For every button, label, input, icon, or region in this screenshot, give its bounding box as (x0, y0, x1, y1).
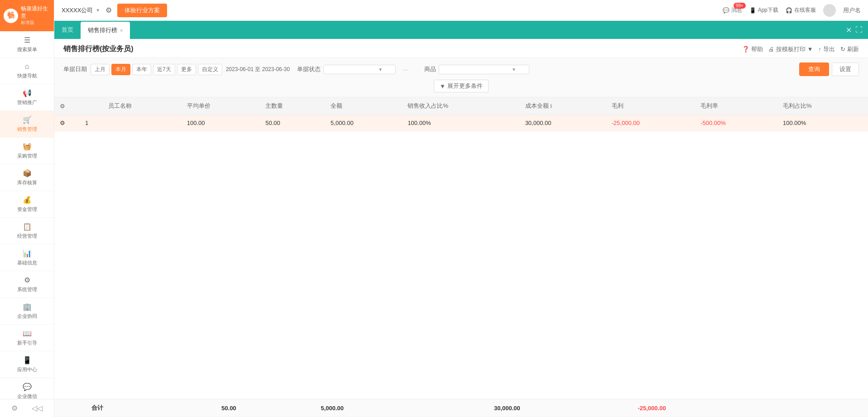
tab-close-icon[interactable]: × (120, 28, 123, 33)
sidebar-item-search[interactable]: ☰ 搜索菜单 (0, 31, 54, 58)
enterprise-label: 企业协同 (17, 313, 37, 320)
tab-bar: 首页 销售排行榜 × ✕ ⛶ (54, 21, 868, 39)
tab-close-window-icon[interactable]: ✕ (846, 26, 852, 34)
sales-icon: 🛒 (23, 115, 32, 124)
purchase-icon: 🧺 (23, 142, 32, 151)
appstore-label: 应用中心 (17, 366, 37, 373)
footer-gross-pct (826, 399, 868, 417)
inventory-label: 库存核算 (17, 179, 37, 186)
message-icon: 💬 (723, 7, 729, 14)
query-button[interactable]: 查询 (799, 62, 829, 76)
row-amount: 5,000.00 (325, 115, 402, 131)
app-download-button[interactable]: 📱 App下载 (749, 6, 778, 14)
basicinfo-icon: 📊 (23, 249, 32, 258)
tab-sales-ranking[interactable]: 销售排行榜 × (81, 22, 130, 39)
product-filter-label: 商品 (424, 65, 436, 73)
sidebar-logo: 畅 (4, 9, 18, 23)
more-filters-icon[interactable]: ··· (403, 66, 408, 73)
sidebar-footer: ⚙ ◁◁ (0, 399, 54, 417)
footer-sales-pct (446, 399, 489, 417)
enterprise-icon: 🏢 (23, 302, 32, 311)
app-download-icon: 📱 (749, 7, 756, 14)
row-rank: 1 (71, 115, 103, 131)
settings-button[interactable]: 设置 (832, 62, 859, 76)
sidebar-collapse-icon[interactable]: ◁◁ (32, 404, 43, 412)
tab-home[interactable]: 首页 (54, 21, 81, 38)
sidebar-item-basicinfo[interactable]: 📊 基础信息 (0, 244, 54, 271)
tab-sales-label: 销售排行榜 (88, 26, 117, 34)
sidebar-item-wechat[interactable]: 💬 企业微信 (0, 378, 54, 399)
footer-amount: 5,000.00 (315, 399, 446, 417)
filter-row-1: 单据日期 上月本月本年近7天更多自定义 2023-06-01 至 2023-06… (63, 62, 859, 76)
company-settings-icon[interactable]: ⚙ (106, 6, 112, 14)
col-employee: 员工名称 (103, 97, 181, 115)
online-service-label: 在线客服 (794, 6, 816, 14)
footer-gross: -25,000.00 (632, 399, 783, 417)
sidebar-title: 畅康通好生意 (21, 5, 50, 19)
sales-label: 销售管理 (17, 126, 37, 133)
footer-avg-price (174, 399, 216, 417)
page-title: 销售排行榜(按业务员) (63, 44, 134, 54)
appstore-icon: 📱 (23, 356, 32, 364)
row-settings-icon[interactable]: ⚙ (54, 115, 71, 131)
filter-expand-row: ▼ 展开更多条件 (63, 80, 859, 92)
company-name: XXXXX公司 (62, 6, 93, 14)
date-btn-更多[interactable]: 更多 (177, 64, 196, 75)
col-quantity: 主数量 (260, 97, 325, 115)
sidebar: 畅 畅康通好生意 标准版 ☰ 搜索菜单 ⌂ 快捷导航 📢 营销推广 🛒 销售管理… (0, 0, 54, 417)
sidebar-item-operation[interactable]: 📋 经营管理 (0, 218, 54, 244)
sidebar-item-finance[interactable]: 💰 资金管理 (0, 191, 54, 218)
trial-button[interactable]: 体验行业方案 (117, 4, 167, 17)
company-selector[interactable]: XXXXX公司 ▼ (62, 6, 100, 14)
sidebar-nav: ☰ 搜索菜单 ⌂ 快捷导航 📢 营销推广 🛒 销售管理 🧺 采购管理 📦 库存核… (0, 31, 54, 399)
headset-icon: 🎧 (786, 7, 792, 14)
footer-gross-rate (784, 399, 826, 417)
refresh-label: 刷新 (847, 45, 859, 53)
date-filter-label: 单据日期 (63, 65, 87, 73)
tab-maximize-icon[interactable]: ⛶ (855, 26, 863, 34)
status-select[interactable]: ▼ (323, 65, 396, 74)
sidebar-item-sales[interactable]: 🛒 销售管理 (0, 111, 54, 138)
sidebar-item-system[interactable]: ⚙ 系统管理 (0, 271, 54, 298)
export-button[interactable]: ↑ 导出 (819, 45, 835, 53)
cost-info-icon[interactable]: ℹ (550, 103, 552, 109)
sidebar-item-enterprise[interactable]: 🏢 企业协同 (0, 298, 54, 325)
help-label: 帮助 (751, 45, 763, 53)
status-select-arrow-icon: ▼ (378, 67, 383, 72)
date-btn-本月[interactable]: 本月 (111, 64, 130, 75)
export-icon: ↑ (819, 46, 822, 53)
sidebar-item-appstore[interactable]: 📱 应用中心 (0, 351, 54, 378)
help-icon: ❓ (742, 46, 749, 53)
template-print-button[interactable]: 🖨 按模板打印 ▼ (768, 45, 813, 53)
date-btn-上月[interactable]: 上月 (91, 64, 110, 75)
sidebar-item-quicknav[interactable]: ⌂ 快捷导航 (0, 58, 54, 84)
sidebar-item-purchase[interactable]: 🧺 采购管理 (0, 138, 54, 164)
avatar[interactable] (823, 4, 836, 17)
filter-bar: 单据日期 上月本月本年近7天更多自定义 2023-06-01 至 2023-06… (54, 58, 868, 97)
sidebar-item-inventory[interactable]: 📦 库存核算 (0, 164, 54, 191)
date-btn-自定义[interactable]: 自定义 (198, 64, 222, 75)
sidebar-item-marketing[interactable]: 📢 营销推广 (0, 84, 54, 111)
date-btn-本年[interactable]: 本年 (132, 64, 151, 75)
sidebar-settings-icon[interactable]: ⚙ (11, 404, 18, 412)
sidebar-item-guide[interactable]: 📖 新手引导 (0, 325, 54, 351)
product-select[interactable]: ▼ (439, 65, 529, 74)
message-badge: 99+ (734, 3, 746, 9)
online-service-button[interactable]: 🎧 在线客服 (786, 6, 816, 14)
main-area: XXXXX公司 ▼ ⚙ 体验行业方案 💬 消息 99+ 📱 App下载 🎧 在线… (54, 0, 868, 417)
row-sales-pct: 100.00% (402, 115, 519, 131)
col-rank (71, 97, 103, 115)
date-btn-近7天[interactable]: 近7天 (153, 64, 175, 75)
guide-icon: 📖 (23, 329, 32, 338)
message-button[interactable]: 💬 消息 99+ (723, 6, 742, 14)
help-button[interactable]: ❓ 帮助 (742, 45, 763, 53)
finance-icon: 💰 (23, 196, 32, 204)
row-gross-pct: 100.00% (777, 115, 868, 131)
refresh-button[interactable]: ↻ 刷新 (840, 45, 859, 53)
data-table: ⚙ 员工名称 平均单价 主数量 全额 销售收入占比% 成本全额 ℹ 毛利 毛利率… (54, 97, 868, 131)
col-settings[interactable]: ⚙ (54, 97, 71, 115)
col-cost: 成本全额 ℹ (520, 97, 606, 115)
print-dropdown-icon: ▼ (807, 46, 813, 53)
expand-more-button[interactable]: ▼ 展开更多条件 (434, 80, 489, 92)
sidebar-header: 畅 畅康通好生意 标准版 (0, 0, 54, 31)
